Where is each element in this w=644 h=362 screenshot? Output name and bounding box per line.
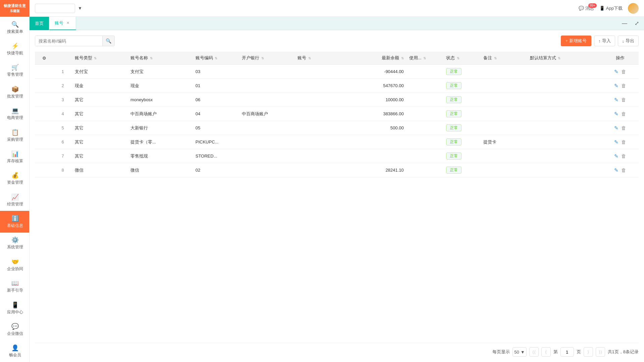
row-remark <box>481 93 527 107</box>
message-button[interactable]: 💬 消息 99+ <box>579 5 594 11</box>
row-bank <box>239 65 295 79</box>
export-button[interactable]: ↓ 导出 <box>618 36 639 46</box>
column-default-pay[interactable]: 默认结算方式 ⇅ <box>527 52 602 65</box>
tab-home[interactable]: 首页 <box>30 17 49 30</box>
delete-button[interactable]: 🗑 <box>621 83 626 89</box>
row-status: 正常 <box>443 135 481 149</box>
column-settings[interactable]: ⚙ <box>35 52 53 65</box>
sidebar-item-purchase[interactable]: 📋 采购管理 <box>0 125 29 146</box>
sidebar-item-guide[interactable]: 📖 新手引导 <box>0 276 29 297</box>
topbar: ▼ 💬 消息 99+ 📱 App下载 <box>30 0 644 17</box>
action-buttons: ✎ 🗑 <box>604 69 636 75</box>
toolbar-right: + 新增账号 ↑ 导入 ↓ 导出 <box>561 36 639 46</box>
delete-button[interactable]: 🗑 <box>621 69 626 75</box>
user-avatar[interactable] <box>628 3 639 14</box>
page-input[interactable] <box>560 347 574 357</box>
delete-button[interactable]: 🗑 <box>621 153 626 159</box>
prev-page-button[interactable]: ⟨ <box>541 347 551 357</box>
row-bank: 中百商场账户 <box>239 107 295 121</box>
import-button[interactable]: ↑ 导入 <box>594 36 615 46</box>
sidebar-item-label: 库存核算 <box>7 158 23 164</box>
edit-button[interactable]: ✎ <box>614 125 619 131</box>
search-button[interactable]: 🔍 <box>102 36 114 46</box>
sidebar-item-finance[interactable]: 💰 资金管理 <box>0 168 29 189</box>
last-page-button[interactable]: ⟩⟩ <box>596 347 605 357</box>
tab-account[interactable]: 账号 ✕ <box>49 17 76 30</box>
row-balance: 28241.10 <box>351 163 406 177</box>
row-status: 正常 <box>443 149 481 163</box>
edit-button[interactable]: ✎ <box>614 167 619 173</box>
column-remark[interactable]: 备注 ⇅ <box>481 52 527 65</box>
sidebar-item-shortcut[interactable]: ⚡ 快捷导航 <box>0 38 29 60</box>
table-row: 7 其它 零售抵现 STORED... 正常 ✎ 🗑 <box>35 149 639 163</box>
delete-button[interactable]: 🗑 <box>621 167 626 173</box>
delete-button[interactable]: 🗑 <box>621 139 626 145</box>
edit-button[interactable]: ✎ <box>614 153 619 159</box>
column-type[interactable]: 账号类型 ⇅ <box>72 52 128 65</box>
row-default-pay <box>527 93 602 107</box>
import-label: 导入 <box>602 38 611 44</box>
delete-button[interactable]: 🗑 <box>621 97 626 103</box>
sidebar-item-inventory[interactable]: 📊 库存核算 <box>0 146 29 168</box>
tab-close-icon[interactable]: ✕ <box>65 20 70 25</box>
edit-button[interactable]: ✎ <box>614 83 619 89</box>
delete-button[interactable]: 🗑 <box>621 111 626 117</box>
column-account[interactable]: 账号 ⇅ <box>295 52 351 65</box>
sidebar-item-label: 经营管理 <box>7 201 23 207</box>
column-balance[interactable]: 最新余额 ⇅ <box>351 52 406 65</box>
per-page-select[interactable]: 50 ▼ <box>513 347 526 357</box>
row-bank <box>239 163 295 177</box>
row-settings <box>35 149 53 163</box>
row-usage <box>407 163 444 177</box>
tab-expand-button[interactable]: ⤢ <box>632 19 641 28</box>
sidebar-item-system[interactable]: ⚙️ 系统管理 <box>0 233 29 254</box>
row-bank <box>239 93 295 107</box>
system-icon: ⚙️ <box>11 236 19 244</box>
column-usage[interactable]: 使用... ⇅ <box>407 52 444 65</box>
sidebar-item-operation[interactable]: 📈 经营管理 <box>0 189 29 211</box>
row-default-pay <box>527 65 602 79</box>
row-status: 正常 <box>443 93 481 107</box>
row-settings <box>35 93 53 107</box>
add-account-button[interactable]: + 新增账号 <box>561 36 591 46</box>
edit-button[interactable]: ✎ <box>614 69 619 75</box>
column-bank[interactable]: 开户银行 ⇅ <box>239 52 295 65</box>
status-badge: 正常 <box>446 68 462 75</box>
topbar-dropdown[interactable]: ▼ <box>78 6 82 11</box>
row-balance <box>351 135 406 149</box>
table-row: 1 支付宝 支付宝 03 -90444.00 正常 ✎ 🗑 <box>35 65 639 79</box>
column-name[interactable]: 账号名称 ⇅ <box>128 52 193 65</box>
sidebar-item-appcenter[interactable]: 📱 应用中心 <box>0 297 29 319</box>
column-code[interactable]: 账号编码 ⇅ <box>193 52 239 65</box>
next-page-button[interactable]: ⟩ <box>584 347 593 357</box>
sidebar-item-wholesale[interactable]: 📦 批发管理 <box>0 81 29 103</box>
row-code: STORED... <box>193 149 239 163</box>
sidebar-item-retail[interactable]: 🛒 零售管理 <box>0 60 29 81</box>
app-download-button[interactable]: 📱 App下载 <box>599 5 623 11</box>
sidebar-item-basic[interactable]: ℹ️ 基础信息 <box>0 211 29 232</box>
message-badge: 99+ <box>588 3 597 8</box>
row-type: 其它 <box>72 121 128 135</box>
first-page-button[interactable]: ⟨⟨ <box>529 347 539 357</box>
status-badge: 正常 <box>446 96 462 103</box>
sidebar-item-label: 资金管理 <box>7 180 23 185</box>
tab-minimize-button[interactable]: — <box>620 19 629 28</box>
edit-button[interactable]: ✎ <box>614 111 619 117</box>
sidebar-item-member[interactable]: 👤 畅会员 <box>0 341 29 362</box>
delete-button[interactable]: 🗑 <box>621 125 626 131</box>
status-badge: 正常 <box>446 82 462 89</box>
edit-button[interactable]: ✎ <box>614 139 619 145</box>
row-balance: 547670.00 <box>351 79 406 93</box>
search-input[interactable] <box>35 36 102 46</box>
sidebar-item-ecommerce[interactable]: 💻 电商管理 <box>0 103 29 125</box>
sidebar-item-search[interactable]: 🔍 搜索菜单 <box>0 17 29 38</box>
sidebar-item-enterprise[interactable]: 🤝 企业协同 <box>0 254 29 276</box>
edit-button[interactable]: ✎ <box>614 97 619 103</box>
row-status: 正常 <box>443 79 481 93</box>
row-number: 7 <box>53 149 72 163</box>
row-remark <box>481 149 527 163</box>
row-bank <box>239 149 295 163</box>
sidebar-item-wechat[interactable]: 💬 企业微信 <box>0 319 29 340</box>
topbar-search-input[interactable] <box>35 4 75 13</box>
column-status[interactable]: 状态 ⇅ <box>443 52 481 65</box>
